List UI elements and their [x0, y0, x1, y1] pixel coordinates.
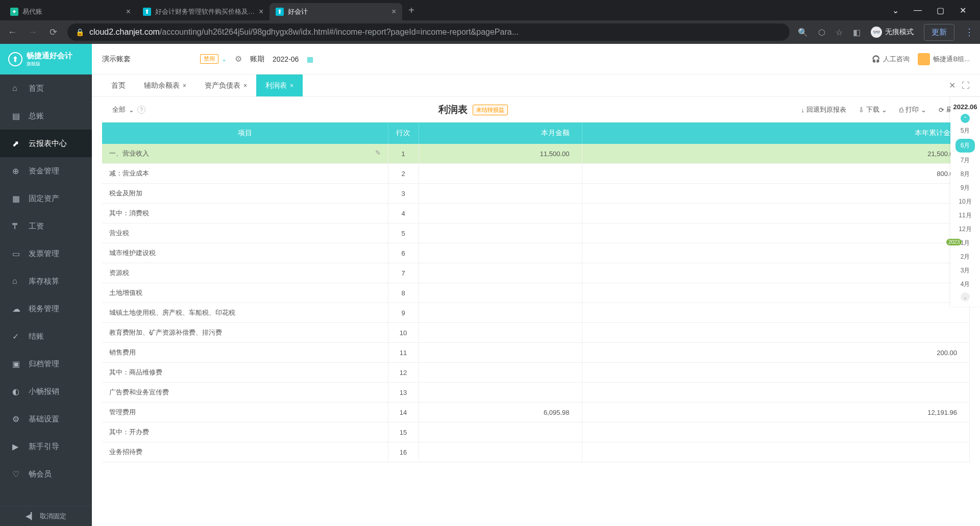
tab-dropdown-icon[interactable]: ⌄ [890, 6, 900, 15]
table-row[interactable]: 减：营业成本2800.00 [102, 164, 970, 184]
sidebar-item-12[interactable]: ⚙基础设置 [0, 405, 92, 433]
reload-button[interactable]: ⟳ [47, 27, 59, 38]
table-row[interactable]: 城镇土地使用税、房产税、车船税、印花税9 [102, 303, 970, 323]
sidebar-item-7[interactable]: ⌂库存核算 [0, 267, 92, 295]
filter-all[interactable]: 全部 ⌄ ? [112, 105, 145, 114]
account-name[interactable]: 演示账套 [102, 55, 131, 64]
table-row[interactable]: 一、营业收入✎111,500.0021,500.00 [102, 144, 970, 164]
table-row[interactable]: 城市维护建设税6 [102, 243, 970, 263]
table-row[interactable]: 销售费用11200.00 [102, 343, 970, 363]
update-button[interactable]: 更新 [924, 24, 954, 41]
sidebar-item-5[interactable]: ₸工资 [0, 212, 92, 240]
timeline-month-7[interactable]: 12月 [950, 222, 980, 236]
table-row[interactable]: 土地增值税8 [102, 283, 970, 303]
back-button[interactable]: ← [6, 27, 18, 38]
tab-favicon-icon: ⬆ [276, 8, 284, 16]
chevron-down-icon[interactable]: ⌄ [222, 56, 227, 63]
close-icon[interactable]: × [391, 7, 396, 16]
close-window-button[interactable]: ✕ [958, 6, 968, 15]
sidebar-item-label: 资金管理 [29, 166, 59, 176]
extension-icon[interactable]: ⬡ [818, 28, 825, 37]
timeline-month-3[interactable]: 8月 [950, 167, 980, 181]
close-icon[interactable]: × [183, 82, 186, 89]
sidebar-item-2[interactable]: ⬈云报表中心 [0, 130, 92, 157]
table-row[interactable]: 其中：商品维修费12 [102, 363, 970, 383]
sidebar-item-14[interactable]: ♡畅会员 [0, 460, 92, 488]
page-tab-3[interactable]: 利润表× [256, 74, 303, 96]
sidebar-unpin[interactable]: ◀▎ 取消固定 [0, 506, 92, 526]
sidebar-item-10[interactable]: ▣归档管理 [0, 350, 92, 378]
new-tab-button[interactable]: + [402, 5, 421, 16]
extensions-icon[interactable]: ◧ [853, 28, 861, 37]
browser-tab-2[interactable]: ⬆ 好会计 × [270, 3, 402, 20]
cell-year: 200.00 [582, 343, 970, 363]
period-value[interactable]: 2022-06 [273, 55, 299, 63]
gear-icon[interactable]: ⚙ [235, 54, 242, 64]
sidebar-item-4[interactable]: ▦固定资产 [0, 185, 92, 212]
table-row[interactable]: 其中：开办费15 [102, 422, 970, 442]
page-tab-0[interactable]: 首页 [102, 74, 135, 96]
sidebar-item-13[interactable]: ▶新手引导 [0, 433, 92, 460]
sidebar-item-8[interactable]: ☁税务管理 [0, 295, 92, 322]
scroll-down-icon[interactable]: ⌄ [961, 292, 970, 302]
sidebar-item-3[interactable]: ⊕资金管理 [0, 157, 92, 185]
fullscreen-icon[interactable]: ⛶ [962, 81, 970, 90]
income-report-table: 项目 行次 本月金额 本年累计金额 一、营业收入✎111,500.0021,50… [102, 122, 970, 462]
timeline-month-9[interactable]: 2月 [950, 250, 980, 264]
timeline-month-2[interactable]: 7月 [950, 154, 980, 167]
url-bar[interactable]: 🔒 cloud2.chanjet.com/accounting/uh26t264… [67, 23, 790, 41]
table-row[interactable]: 管理费用146,095.9812,191.96 [102, 403, 970, 422]
sidebar-item-label: 总账 [29, 111, 44, 121]
sidebar-logo[interactable]: ⬆ 畅捷通好会计 旗舰版 [0, 44, 92, 74]
menu-button[interactable]: ⋮ [965, 27, 974, 38]
sidebar-item-9[interactable]: ✓结账 [0, 322, 92, 350]
close-icon[interactable]: × [290, 82, 293, 89]
bookmark-icon[interactable]: ☆ [836, 28, 843, 37]
table-row[interactable]: 营业税5 [102, 223, 970, 243]
scroll-up-icon[interactable]: ⌃ [961, 114, 970, 123]
table-row[interactable]: 教育费附加、矿产资源补偿费、排污费10 [102, 323, 970, 343]
timeline-month-11[interactable]: 4月 [950, 278, 980, 291]
download-button[interactable]: ⇩下载⌄ [859, 105, 887, 114]
sidebar-icon: ✓ [12, 332, 21, 341]
calendar-icon[interactable]: ▦ [307, 55, 313, 63]
minimize-button[interactable]: — [913, 6, 923, 15]
browser-tab-1[interactable]: ⬆ 好会计财务管理软件购买价格及… × [137, 3, 270, 20]
close-icon[interactable]: × [126, 7, 131, 16]
edit-icon[interactable]: ✎ [375, 149, 381, 157]
maximize-button[interactable]: ▢ [935, 6, 945, 15]
close-all-tabs-icon[interactable]: ✕ [949, 81, 955, 90]
sidebar-item-6[interactable]: ▭发票管理 [0, 240, 92, 267]
table-row[interactable]: 其中：消费税4 [102, 204, 970, 223]
table-row[interactable]: 广告费和业务宣传费13 [102, 383, 970, 403]
timeline-month-0[interactable]: 5月 [950, 124, 980, 138]
timeline-month-1[interactable]: 6月 [955, 139, 975, 153]
browser-tab-0[interactable]: ✦ 易代账 × [4, 3, 137, 20]
zoom-icon[interactable]: 🔍 [798, 28, 808, 37]
cell-row: 1 [388, 144, 419, 164]
timeline-month-10[interactable]: 3月 [950, 264, 980, 278]
help-icon[interactable]: ? [137, 106, 145, 114]
sidebar-item-1[interactable]: ▤总账 [0, 102, 92, 130]
table-row[interactable]: 业务招待费16 [102, 442, 970, 462]
cell-item: 城市维护建设税 [102, 243, 388, 263]
close-icon[interactable]: × [243, 82, 247, 89]
print-button[interactable]: ⎙打印⌄ [899, 105, 926, 114]
sidebar-item-0[interactable]: ⌂首页 [0, 74, 92, 102]
page-tab-1[interactable]: 辅助余额表× [135, 74, 195, 96]
forward-button[interactable]: → [27, 27, 39, 38]
restore-button[interactable]: ↓回退到原报表 [801, 105, 847, 114]
timeline-month-4[interactable]: 9月 [950, 181, 980, 195]
timeline-month-6[interactable]: 11月 [950, 209, 980, 222]
table-row[interactable]: 资源税7 [102, 263, 970, 283]
support-link[interactable]: 🎧 人工咨询 [872, 55, 910, 64]
close-icon[interactable]: × [259, 7, 263, 16]
user-info[interactable]: 畅捷通B组... [918, 53, 970, 65]
timeline-month-5[interactable]: 10月 [950, 195, 980, 209]
timeline-next-year-badge: 2023 [946, 239, 962, 245]
sidebar-item-11[interactable]: ◐小畅报销 [0, 378, 92, 405]
timeline-month-8[interactable]: 20231月 [950, 236, 980, 250]
page-tab-2[interactable]: 资产负债表× [195, 74, 256, 96]
table-row[interactable]: 税金及附加3 [102, 184, 970, 204]
topbar: 演示账套 禁用 ⌄ ⚙ 账期 2022-06 ▦ 🎧 人工咨询 畅捷通B组... [92, 44, 980, 74]
